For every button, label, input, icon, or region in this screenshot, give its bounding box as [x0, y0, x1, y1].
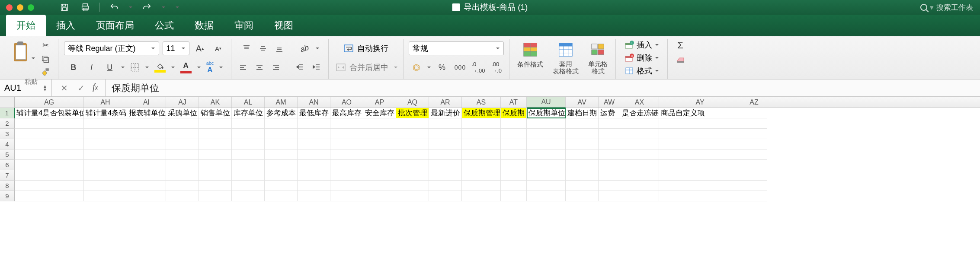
cell-AW4[interactable] — [599, 139, 620, 149]
percent-button[interactable]: % — [435, 61, 449, 74]
cell-AK6[interactable] — [199, 160, 232, 170]
cell-AN6[interactable] — [298, 160, 330, 170]
borders-button[interactable] — [128, 62, 141, 73]
cell-AJ7[interactable] — [166, 170, 199, 181]
cancel-formula-button[interactable]: ✕ — [59, 82, 70, 94]
cut-button[interactable]: ✂ — [38, 39, 53, 52]
cell-AI1[interactable]: 报表辅单位 — [127, 108, 166, 118]
formula-input[interactable]: 保质期单位 — [105, 79, 980, 96]
tab-视图[interactable]: 视图 — [264, 15, 304, 36]
fill-color-dropdown[interactable] — [171, 65, 175, 70]
cell-AR8[interactable] — [429, 181, 462, 191]
column-header-AO[interactable]: AO — [330, 97, 363, 108]
column-header-AV[interactable]: AV — [566, 97, 599, 108]
cell-AM5[interactable] — [265, 149, 298, 160]
cell-AJ8[interactable] — [166, 181, 199, 191]
cell-AW3[interactable] — [599, 129, 620, 139]
cell-AP7[interactable] — [363, 170, 396, 181]
cell-AP9[interactable] — [363, 191, 396, 201]
column-header-AQ[interactable]: AQ — [396, 97, 429, 108]
cell-AJ4[interactable] — [166, 139, 199, 149]
cell-AJ2[interactable] — [166, 118, 199, 129]
cell-AV2[interactable] — [566, 118, 599, 129]
column-header-AN[interactable]: AN — [298, 97, 330, 108]
cell-AQ9[interactable] — [396, 191, 429, 201]
cell-AS5[interactable] — [462, 149, 501, 160]
cell-AZ4[interactable] — [741, 139, 767, 149]
cell-AG8[interactable] — [15, 181, 84, 191]
column-header-AL[interactable]: AL — [232, 97, 265, 108]
column-header-AR[interactable]: AR — [429, 97, 462, 108]
cell-AR4[interactable] — [429, 139, 462, 149]
tab-数据[interactable]: 数据 — [184, 15, 224, 36]
cell-AO7[interactable] — [330, 170, 363, 181]
align-center-button[interactable] — [253, 62, 266, 73]
cell-AR9[interactable] — [429, 191, 462, 201]
cell-AK4[interactable] — [199, 139, 232, 149]
cell-AL3[interactable] — [232, 129, 265, 139]
cell-AH9[interactable] — [84, 191, 127, 201]
decrease-indent-button[interactable] — [294, 62, 307, 73]
cell-AT2[interactable] — [501, 118, 527, 129]
cell-AN4[interactable] — [298, 139, 330, 149]
cell-AX6[interactable] — [620, 160, 659, 170]
cell-AL8[interactable] — [232, 181, 265, 191]
cell-AP2[interactable] — [363, 118, 396, 129]
cell-AV3[interactable] — [566, 129, 599, 139]
column-header-AT[interactable]: AT — [501, 97, 527, 108]
align-top-button[interactable] — [240, 43, 253, 54]
wrap-text-button[interactable]: 自动换行 — [342, 42, 390, 54]
cell-AZ7[interactable] — [741, 170, 767, 181]
cell-AX7[interactable] — [620, 170, 659, 181]
comma-style-button[interactable]: 000 — [453, 61, 468, 74]
cell-AY1[interactable]: 商品自定义项 — [659, 108, 741, 118]
cell-AG6[interactable] — [15, 160, 84, 170]
phonetic-dropdown[interactable] — [219, 65, 223, 70]
cell-AZ3[interactable] — [741, 129, 767, 139]
cell-AG4[interactable] — [15, 139, 84, 149]
cell-AU5[interactable] — [527, 149, 566, 160]
cell-AK3[interactable] — [199, 129, 232, 139]
cell-AS6[interactable] — [462, 160, 501, 170]
cell-AK1[interactable]: 销售单位 — [199, 108, 232, 118]
cell-AV9[interactable] — [566, 191, 599, 201]
phonetic-button[interactable]: abcA — [205, 60, 216, 75]
column-header-AK[interactable]: AK — [199, 97, 232, 108]
cell-AP4[interactable] — [363, 139, 396, 149]
cell-AM6[interactable] — [265, 160, 298, 170]
column-header-AH[interactable]: AH — [84, 97, 127, 108]
column-header-AP[interactable]: AP — [363, 97, 396, 108]
search-box[interactable]: ▾ 搜索工作表 — [920, 3, 973, 13]
cell-AO1[interactable]: 最高库存 — [330, 108, 363, 118]
cell-AW7[interactable] — [599, 170, 620, 181]
increase-indent-button[interactable] — [310, 62, 323, 73]
column-header-AJ[interactable]: AJ — [166, 97, 199, 108]
cell-AH5[interactable] — [84, 149, 127, 160]
cell-AJ9[interactable] — [166, 191, 199, 201]
cell-styles-button[interactable]: 单元格 格式 — [586, 39, 610, 76]
merge-center-button[interactable]: 合并后居中 — [334, 61, 390, 73]
cell-AV4[interactable] — [566, 139, 599, 149]
cell-AL4[interactable] — [232, 139, 265, 149]
tab-插入[interactable]: 插入 — [46, 15, 86, 36]
cell-AO5[interactable] — [330, 149, 363, 160]
column-header-AY[interactable]: AY — [659, 97, 741, 108]
cell-AO9[interactable] — [330, 191, 363, 201]
cell-AQ1[interactable]: 批次管理 — [396, 108, 429, 118]
cell-AN3[interactable] — [298, 129, 330, 139]
cell-AQ4[interactable] — [396, 139, 429, 149]
cell-AY6[interactable] — [659, 160, 741, 170]
cell-AL5[interactable] — [232, 149, 265, 160]
cell-AO4[interactable] — [330, 139, 363, 149]
decrease-font-button[interactable]: A▾ — [211, 42, 226, 55]
cell-AZ5[interactable] — [741, 149, 767, 160]
cell-AI6[interactable] — [127, 160, 166, 170]
cell-AQ2[interactable] — [396, 118, 429, 129]
cell-AT8[interactable] — [501, 181, 527, 191]
cell-AJ5[interactable] — [166, 149, 199, 160]
column-header-AZ[interactable]: AZ — [741, 97, 767, 108]
bold-button[interactable]: B — [66, 61, 81, 74]
row-header-8[interactable]: 8 — [0, 181, 15, 191]
cell-AS9[interactable] — [462, 191, 501, 201]
cell-AN9[interactable] — [298, 191, 330, 201]
